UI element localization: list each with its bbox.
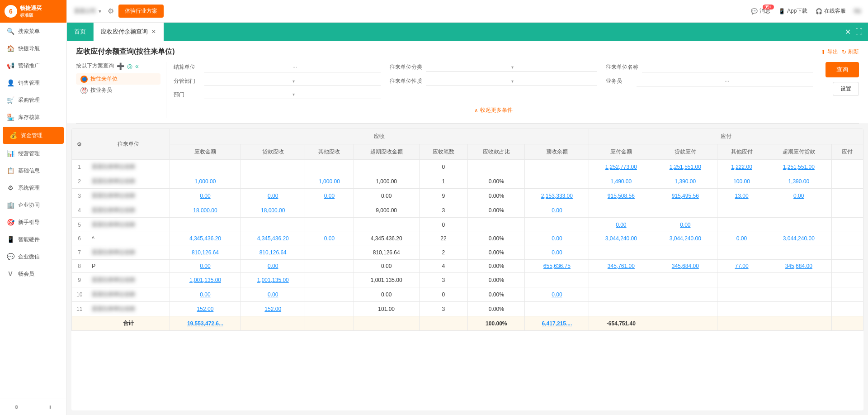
table-cell[interactable]: 1,001,135.00 [241,273,305,287]
table-cell[interactable]: 1,390.00 [766,174,831,189]
partner-category-select[interactable]: ▾ [426,63,597,72]
table-cell[interactable]: 13.00 [717,189,766,203]
solution-button[interactable]: 体验行业方案 [118,5,164,18]
tab-home[interactable]: 首页 [67,23,94,41]
set-button[interactable]: 设置 [833,82,859,96]
target-icon[interactable]: ◎ [127,62,132,70]
left-arrow-icon[interactable]: « [135,62,139,70]
table-cell[interactable]: 345,684.00 [766,260,831,273]
topbar-gear-icon[interactable]: ⚙ [108,7,114,15]
sidebar-item-sales[interactable]: 👤 销售管理 [0,74,66,91]
table-cell[interactable]: 0.00 [241,287,305,302]
table-cell[interactable]: 0.00 [525,203,589,218]
table-cell[interactable]: 0.00 [241,189,305,203]
tab-close-icon[interactable]: ✕ [151,29,156,35]
user-name[interactable]: Rit [854,8,861,14]
export-button[interactable]: ⬆ 导出 [821,48,838,56]
table-cell[interactable]: 0.00 [170,260,241,273]
company-selector[interactable]: 某某公司 ▾ [74,7,101,15]
sidebar-item-quicknav[interactable]: 🏠 快捷导航 [0,40,66,57]
filter-more-btn[interactable]: ∧ 收起更多条件 [471,103,516,118]
table-cell[interactable]: 1,001,135.00 [170,273,241,287]
sidebar-item-wechat[interactable]: 💬 企业微信 [0,248,66,265]
table-cell[interactable]: 1,251,551.00 [766,160,831,174]
table-cell[interactable]: 3,044,240.00 [653,232,717,245]
table-cell[interactable]: 152.00 [170,302,241,316]
table-cell[interactable]: 345,761.00 [589,260,653,273]
tab-ar-ap-query[interactable]: 应收应付余额查询 ✕ [94,23,164,41]
sidebar-item-system[interactable]: ⚙ 系统管理 [0,179,66,196]
add-scheme-icon[interactable]: ➕ [117,62,124,70]
sidebar-item-marketing[interactable]: 📢 营销推广 [0,57,66,74]
table-cell[interactable]: 18,000.00 [170,203,241,218]
table-cell[interactable]: 3,044,240.00 [589,232,653,245]
table-cell[interactable]: 0.00 [589,218,653,232]
table-cell[interactable]: 810,126.64 [241,245,305,260]
table-cell[interactable]: 810,126.64 [170,245,241,260]
sidebar-item-purchase[interactable]: 🛒 采购管理 [0,91,66,109]
table-cell[interactable]: 1,390.00 [653,174,717,189]
partner-nature-select[interactable]: ▾ [426,77,597,86]
table-cell[interactable]: 2,153,333.00 [525,189,589,203]
table-cell[interactable]: 4,345,436.20 [241,232,305,245]
sidebar-item-finance[interactable]: 💰 资金管理 [3,127,64,144]
table-cell[interactable]: 345,684.00 [653,260,717,273]
sidebar-settings-btn[interactable]: ⚙ [11,403,22,411]
table-cell[interactable]: 4,345,436.20 [170,232,241,245]
sidebar-item-inventory[interactable]: 🏪 库存核算 [0,109,66,126]
sidebar-item-enterprise[interactable]: 🏢 企业协同 [0,196,66,214]
online-service-btn[interactable]: 🎧 在线客服 [816,7,846,15]
table-cell[interactable]: 0.00 [525,232,589,245]
sidebar-item-operations[interactable]: 📊 经营管理 [0,145,66,162]
filter-option-by-salesman[interactable]: ⏰ 按业务员 [76,85,160,96]
dept-head-select[interactable]: ▾ [204,77,381,86]
table-cell[interactable]: 1,251,551.00 [653,160,717,174]
settlement-unit-dots-icon[interactable]: ··· [292,64,381,70]
refresh-button[interactable]: ↻ 刷新 [842,48,859,56]
table-cell[interactable]: 18,000.00 [241,203,305,218]
sidebar-collapse-btn[interactable]: ⏸ [44,403,56,411]
sidebar-item-smarthw[interactable]: 📱 智能硬件 [0,231,66,248]
salesman-dots-icon[interactable]: ··· [725,78,813,84]
table-cell[interactable]: 1,000.00 [305,174,354,189]
tab-close-window-icon[interactable]: ✕ [845,28,851,36]
table-cell[interactable]: 77.00 [717,260,766,273]
sidebar-item-member[interactable]: V 畅会员 [0,265,66,282]
table-cell[interactable]: 915,508.56 [589,189,653,203]
footer-prepaid[interactable]: 6,417,215.... [525,316,589,331]
table-cell[interactable]: 152.00 [241,302,305,316]
table-cell[interactable]: 1,490.00 [589,174,653,189]
table-cell[interactable]: 0.00 [305,232,354,245]
notifications-btn[interactable]: 💬 消息 99+ [751,7,770,15]
salesman-input[interactable]: ··· [637,76,813,86]
table-cell[interactable]: 0.00 [717,232,766,245]
tab-maximize-icon[interactable]: ⛶ [855,28,863,36]
table-area[interactable]: ⚙ 往来单位 应收 应付 应收金额 贷款应收 其他应收 超期应收金额 应收笔数 … [71,129,863,410]
query-button[interactable]: 查询 [826,62,859,77]
table-settings-header[interactable]: ⚙ [72,129,87,160]
table-cell[interactable]: 0.00 [241,260,305,273]
sidebar-item-search[interactable]: 🔍 搜索菜单 [0,23,66,40]
footer-ar-amount[interactable]: 19,553,472.6... [170,316,241,331]
sidebar-item-basic-info[interactable]: 📋 基础信息 [0,162,66,179]
table-cell[interactable]: 1,000.00 [170,174,241,189]
table-cell[interactable]: 0.00 [525,287,589,302]
table-cell[interactable]: 655,636.75 [525,260,589,273]
table-cell[interactable]: 3,044,240.00 [766,232,831,245]
table-cell[interactable]: 0.00 [305,189,354,203]
table-cell[interactable]: 1,222.00 [717,160,766,174]
col-settings-icon[interactable]: ⚙ [77,141,82,148]
department-select[interactable]: ▾ [204,90,381,99]
table-cell[interactable]: 0.00 [653,218,717,232]
app-download-btn[interactable]: 📱 App下载 [778,7,807,15]
partner-name-input[interactable] [642,62,813,72]
table-cell[interactable]: 100.00 [717,174,766,189]
table-cell[interactable]: 1,252,773.00 [589,160,653,174]
sidebar-item-newcomer[interactable]: 🎯 新手引导 [0,214,66,231]
table-cell[interactable]: 0.00 [170,189,241,203]
table-cell[interactable]: 915,495.56 [653,189,717,203]
table-cell[interactable]: 0.00 [766,189,831,203]
settlement-unit-input[interactable]: ··· [204,62,381,72]
table-cell[interactable]: 0.00 [525,245,589,260]
filter-option-by-partner[interactable]: 🔵 按往来单位 [76,73,160,85]
